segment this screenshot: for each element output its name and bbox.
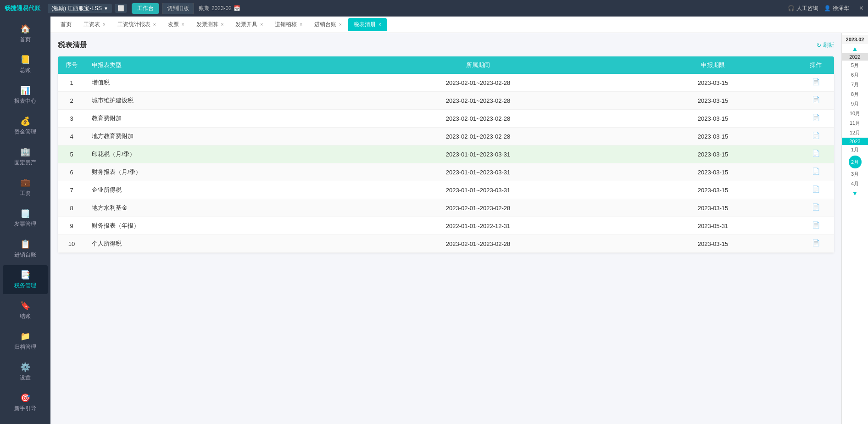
tab-invoice-open[interactable]: 发票开具 ×: [230, 18, 268, 31]
action-file-icon[interactable]: 📄: [811, 167, 820, 177]
tab-purchase-check[interactable]: 进销稽核 ×: [269, 18, 308, 31]
cell-action: 📄: [797, 163, 834, 181]
month-2022-11[interactable]: 11月: [842, 118, 868, 128]
tax-icon: 📑: [20, 270, 30, 280]
month-2023-2[interactable]: 2月: [849, 156, 862, 168]
sidebar-item-report[interactable]: 📊 报表中心: [3, 81, 48, 110]
cell-type: 财务报表（年报）: [85, 217, 328, 235]
action-file-icon[interactable]: 📄: [811, 239, 820, 248]
month-2023-1[interactable]: 1月: [842, 145, 868, 155]
right-calendar-panel: 2023.02 ▲ 2022 5月 6月 7月 8月 9月 10月 11月 12…: [841, 33, 868, 424]
cell-period: 2023-02-01~2023-02-28: [328, 235, 629, 253]
table-row: 3 教育费附加 2023-02-01~2023-02-28 2023-03-15…: [58, 110, 834, 128]
sidebar-item-salary[interactable]: 💼 工资: [3, 173, 48, 202]
sidebar-item-ledger[interactable]: 📒 总账: [3, 50, 48, 79]
tab-salary-report-close[interactable]: ×: [153, 22, 156, 27]
action-file-icon[interactable]: 📄: [811, 114, 820, 123]
action-file-icon[interactable]: 📄: [811, 150, 820, 159]
sidebar-label-report: 报表中心: [14, 97, 36, 105]
tab-tax-list[interactable]: 税表清册 ×: [348, 18, 387, 31]
sidebar-label-archive: 归档管理: [14, 343, 36, 351]
guide-icon: 🎯: [20, 393, 30, 403]
help-button[interactable]: 🎧 人工咨询: [788, 5, 818, 12]
table-row: 5 印花税（月/季） 2023-01-01~2023-03-31 2023-03…: [58, 145, 834, 163]
period-value: 2023-02: [211, 5, 232, 11]
month-2023-3[interactable]: 3月: [842, 169, 868, 179]
sidebar-item-settlement[interactable]: 🔖 结账: [3, 296, 48, 325]
copy-icon-button[interactable]: ⬜: [115, 4, 127, 13]
switch-version-button[interactable]: 切到旧版: [162, 3, 194, 14]
sidebar-label-salary: 工资: [20, 190, 31, 197]
cell-deadline: 2023-03-15: [629, 181, 797, 199]
sidebar-item-home[interactable]: 🏠 首页: [3, 19, 48, 48]
cell-period: 2023-02-01~2023-02-28: [328, 110, 629, 128]
action-file-icon[interactable]: 📄: [811, 221, 820, 230]
table-row: 7 企业所得税 2023-01-01~2023-03-31 2023-03-15…: [58, 181, 834, 199]
archive-icon: 📁: [20, 331, 30, 341]
month-2022-5[interactable]: 5月: [842, 61, 868, 70]
tab-salary-close[interactable]: ×: [103, 22, 106, 27]
calendar-header: 2023.02: [842, 35, 868, 44]
cell-action: 📄: [797, 74, 834, 92]
sidebar-item-settings[interactable]: ⚙️ 设置: [3, 357, 48, 386]
tab-salary[interactable]: 工资表 ×: [78, 18, 111, 31]
calendar-up-arrow[interactable]: ▲: [851, 44, 859, 53]
headset-icon: 🎧: [788, 5, 795, 11]
cell-period: 2023-01-01~2023-03-31: [328, 163, 629, 181]
action-file-icon[interactable]: 📄: [811, 203, 820, 212]
tab-tax-list-label: 税表清册: [354, 21, 376, 28]
action-file-icon[interactable]: 📄: [811, 185, 820, 195]
window-close-button[interactable]: ×: [859, 4, 863, 12]
cell-deadline: 2023-03-15: [629, 199, 797, 217]
sidebar-item-guide[interactable]: 🎯 新手引导: [3, 388, 48, 417]
user-menu[interactable]: 👤 徐涿华: [824, 5, 849, 12]
tab-purchase-check-close[interactable]: ×: [300, 22, 302, 27]
sidebar-item-member[interactable]: ✅ 畅会员: [3, 419, 48, 424]
month-2022-7[interactable]: 7月: [842, 80, 868, 89]
cell-action: 📄: [797, 181, 834, 199]
cell-action: 📄: [797, 199, 834, 217]
company-selector[interactable]: (勉励) 江西服宝-LSS ▼: [48, 4, 112, 13]
tab-invoice-open-close[interactable]: ×: [260, 22, 263, 27]
sidebar-item-purchase[interactable]: 📋 进销台账: [3, 234, 48, 263]
sidebar-item-archive[interactable]: 📁 归档管理: [3, 327, 48, 356]
calendar-down-arrow[interactable]: ▼: [851, 189, 859, 198]
app-logo: 畅捷通易代账: [5, 4, 40, 12]
cell-period: 2022-01-01~2022-12-31: [328, 217, 629, 235]
tab-tax-list-close[interactable]: ×: [378, 22, 381, 27]
main-layout: 🏠 首页 📒 总账 📊 报表中心 💰 资金管理 🏢 固定资产 💼 工资 🗒️ 发…: [0, 17, 868, 424]
workbench-button[interactable]: 工作台: [132, 3, 159, 14]
month-2022-8[interactable]: 8月: [842, 89, 868, 99]
tab-invoice[interactable]: 发票 ×: [162, 18, 190, 31]
main-panel: 税表清册 ↻ 刷新 序号 申报表类型 所属期间 申报期限 操作: [50, 33, 841, 424]
tab-home[interactable]: 首页: [55, 18, 77, 31]
tab-salary-report[interactable]: 工资统计报表 ×: [112, 18, 161, 31]
tab-purchase-ledger-close[interactable]: ×: [339, 22, 342, 27]
cell-deadline: 2023-03-15: [629, 128, 797, 145]
action-file-icon[interactable]: 📄: [811, 96, 820, 105]
sidebar-label-ledger: 总账: [20, 67, 31, 74]
refresh-button[interactable]: ↻ 刷新: [817, 41, 834, 49]
tab-invoice-calc-close[interactable]: ×: [221, 22, 224, 27]
tab-purchase-ledger[interactable]: 进销台账 ×: [309, 18, 347, 31]
month-2022-9[interactable]: 9月: [842, 99, 868, 109]
tab-invoice-calc[interactable]: 发票测算 ×: [191, 18, 229, 31]
cell-deadline: 2023-03-15: [629, 235, 797, 253]
tab-invoice-close[interactable]: ×: [182, 22, 184, 27]
month-2022-10[interactable]: 10月: [842, 109, 868, 118]
sidebar-item-tax[interactable]: 📑 税务管理: [3, 265, 48, 294]
month-2022-6[interactable]: 6月: [842, 70, 868, 80]
month-2023-4[interactable]: 4月: [842, 179, 868, 189]
sidebar-item-assets[interactable]: 🏢 固定资产: [3, 142, 48, 171]
calendar-icon[interactable]: 📅: [234, 5, 240, 11]
month-2022-12[interactable]: 12月: [842, 128, 868, 138]
tab-invoice-calc-label: 发票测算: [196, 21, 218, 28]
action-file-icon[interactable]: 📄: [811, 78, 820, 87]
cell-type: 地方教育费附加: [85, 128, 328, 145]
sidebar-item-invoice[interactable]: 🗒️ 发票管理: [3, 204, 48, 233]
content-area: 首页 工资表 × 工资统计报表 × 发票 × 发票测算 × 发票开具 ×: [50, 17, 868, 424]
sidebar-label-settlement: 结账: [20, 312, 31, 320]
table-row: 9 财务报表（年报） 2022-01-01~2022-12-31 2023-05…: [58, 217, 834, 235]
sidebar-item-fund[interactable]: 💰 资金管理: [3, 112, 48, 140]
action-file-icon[interactable]: 📄: [811, 132, 820, 141]
